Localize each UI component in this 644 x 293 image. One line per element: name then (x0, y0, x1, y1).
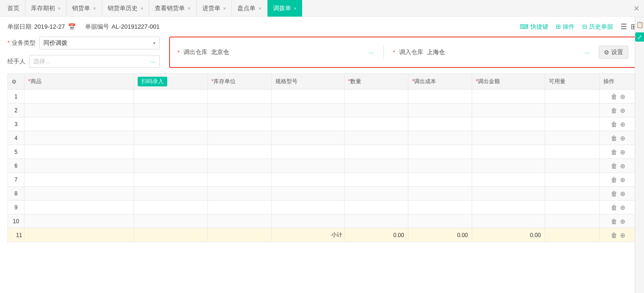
copy-icon[interactable]: ⊕ (620, 232, 626, 239)
row-amount[interactable] (472, 90, 545, 104)
row-product[interactable] (24, 131, 134, 145)
delete-icon[interactable]: 🗑 (611, 162, 617, 170)
row-cost[interactable] (408, 131, 472, 145)
copy-icon[interactable]: ⊕ (620, 134, 626, 142)
row-spec[interactable] (271, 173, 344, 187)
row-cost[interactable] (408, 117, 472, 131)
row-unit[interactable] (207, 90, 271, 104)
row-product[interactable] (24, 104, 134, 117)
sidebar-note-icon[interactable]: 📋 (636, 20, 644, 29)
row-quantity[interactable] (344, 117, 408, 131)
close-check-sales[interactable]: × (188, 6, 190, 11)
row-product[interactable] (24, 145, 134, 159)
row-product[interactable] (24, 90, 134, 104)
operation-btn[interactable]: ⊞ 操作 (556, 23, 575, 31)
row-amount[interactable] (472, 145, 545, 159)
row-amount[interactable] (472, 104, 545, 117)
handler-more-icon[interactable]: ··· (151, 58, 156, 65)
tab-inventory-check[interactable]: 盘点单 × (232, 0, 267, 17)
row-unit[interactable] (207, 187, 271, 201)
row-quantity[interactable] (344, 214, 408, 228)
delete-icon[interactable]: 🗑 (611, 232, 617, 239)
delete-icon[interactable]: 🗑 (611, 190, 617, 197)
row-unit[interactable] (207, 104, 271, 117)
row-quantity[interactable] (344, 173, 408, 187)
row-spec[interactable] (271, 145, 344, 159)
shortcut-btn[interactable]: ⌨ 快捷键 (520, 23, 548, 31)
delete-icon[interactable]: 🗑 (611, 148, 617, 156)
row-quantity[interactable] (344, 90, 408, 104)
row-unit[interactable] (207, 214, 271, 228)
row-unit[interactable] (207, 159, 271, 173)
row-amount[interactable] (472, 117, 545, 131)
delete-icon[interactable]: 🗑 (611, 93, 617, 100)
row-product[interactable] (24, 173, 134, 187)
row-unit[interactable] (207, 131, 271, 145)
row-unit[interactable] (207, 173, 271, 187)
handler-select[interactable]: 选择... ··· (29, 55, 160, 68)
row-spec[interactable] (271, 201, 344, 214)
copy-icon[interactable]: ⊕ (620, 162, 626, 170)
row-unit[interactable] (207, 201, 271, 214)
row-product[interactable] (24, 117, 134, 131)
row-spec[interactable] (271, 90, 344, 104)
row-quantity[interactable] (344, 201, 408, 214)
row-cost[interactable] (408, 187, 472, 201)
business-type-select[interactable]: 同价调拨 ▾ (39, 37, 160, 49)
row-cost[interactable] (408, 201, 472, 214)
close-inventory-check[interactable]: × (258, 6, 261, 11)
scan-input-button[interactable]: 扫码录入 (138, 77, 167, 86)
warehouse-out-more[interactable]: ··· (369, 49, 374, 56)
row-cost[interactable] (408, 104, 472, 117)
row-spec[interactable] (271, 159, 344, 173)
tab-sales-order[interactable]: 销货单 × (67, 0, 102, 17)
tab-home[interactable]: 首页 (4, 0, 25, 17)
delete-icon[interactable]: 🗑 (611, 134, 617, 142)
copy-icon[interactable]: ⊕ (620, 190, 626, 197)
row-cost[interactable] (408, 214, 472, 228)
delete-icon[interactable]: 🗑 (611, 107, 617, 114)
delete-icon[interactable]: 🗑 (611, 176, 617, 183)
tab-check-sales[interactable]: 查看销货单 × (149, 0, 196, 17)
row-spec[interactable] (271, 117, 344, 131)
row-product[interactable] (24, 201, 134, 214)
window-close-button[interactable]: ✕ (633, 4, 639, 12)
row-cost[interactable] (408, 90, 472, 104)
row-amount[interactable] (472, 201, 545, 214)
settings-button[interactable]: ⚙ 设置 (599, 46, 628, 59)
row-quantity[interactable] (344, 131, 408, 145)
row-amount[interactable] (472, 173, 545, 187)
close-transfer[interactable]: × (294, 6, 297, 11)
row-unit[interactable] (207, 117, 271, 131)
row-quantity[interactable] (344, 159, 408, 173)
tab-transfer[interactable]: 调拨单 × (267, 0, 302, 17)
calendar-icon[interactable]: 📅 (68, 23, 76, 31)
row-product[interactable] (24, 187, 134, 201)
row-amount[interactable] (472, 187, 545, 201)
row-spec[interactable] (271, 104, 344, 117)
copy-icon[interactable]: ⊕ (620, 218, 626, 225)
warehouse-in-more[interactable]: ··· (584, 49, 589, 56)
row-cost[interactable] (408, 159, 472, 173)
list-view-icon[interactable]: ☰ (620, 22, 627, 31)
row-quantity[interactable] (344, 187, 408, 201)
delete-icon[interactable]: 🗑 (611, 204, 617, 211)
copy-icon[interactable]: ⊕ (620, 148, 626, 156)
close-purchase[interactable]: × (223, 6, 226, 11)
row-spec[interactable] (271, 187, 344, 201)
row-unit[interactable] (207, 145, 271, 159)
row-product[interactable] (24, 214, 134, 228)
tab-purchase[interactable]: 进货单 × (197, 0, 232, 17)
tab-sales-history[interactable]: 销货单历史 × (102, 0, 149, 17)
copy-icon[interactable]: ⊕ (620, 204, 626, 211)
close-sales-history[interactable]: × (140, 6, 143, 11)
row-cost[interactable] (408, 173, 472, 187)
row-quantity[interactable] (344, 145, 408, 159)
row-amount[interactable] (472, 214, 545, 228)
history-btn[interactable]: ⊟ 历史单据 (582, 23, 613, 31)
close-sales-order[interactable]: × (93, 6, 96, 11)
sidebar-expand-icon[interactable]: ⤢ (635, 32, 644, 42)
row-spec[interactable] (271, 214, 344, 228)
row-product[interactable] (24, 159, 134, 173)
close-inventory-init[interactable]: × (58, 6, 61, 11)
